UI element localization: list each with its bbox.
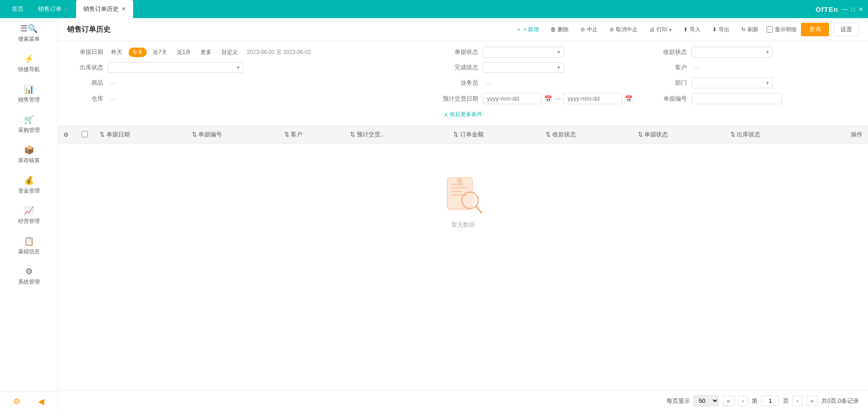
prev-page-button[interactable]: ‹ [738, 396, 748, 406]
tab-sales-order[interactable]: 销售订单 ✕ [31, 0, 76, 18]
payment-status-select[interactable]: ▾ [691, 47, 773, 58]
next-page-button[interactable]: › [792, 396, 802, 406]
th-order-status[interactable]: ⇅ 单据状态 [633, 126, 725, 144]
th-payment-status[interactable]: ⇅ 收款状态 [540, 126, 633, 144]
order-number-input[interactable] [691, 93, 782, 104]
query-button[interactable]: 查询 [801, 23, 829, 36]
delivery-date-end[interactable] [563, 93, 622, 104]
order-status-chevron-icon: ▾ [557, 49, 560, 55]
column-settings-icon[interactable]: ⚙ [63, 131, 69, 138]
sidebar-settings-icon[interactable]: ⚙ [13, 396, 20, 406]
calendar-end-icon[interactable]: 📅 [625, 95, 633, 102]
search-menu-icon: ☰🔍 [20, 24, 38, 34]
complete-status-chevron-icon: ▾ [557, 64, 560, 71]
complete-status-label: 完成状态 [442, 63, 483, 72]
close-tab-sales-order[interactable]: ✕ [64, 6, 69, 12]
cancel-stop-button[interactable]: ⊘ 取消中止 [606, 24, 641, 35]
sidebar-item-finance[interactable]: 💰 资金管理 [0, 170, 58, 200]
sidebar-item-basic-info[interactable]: 📋 基础信息 [0, 231, 58, 261]
page-header: 销售订单历史 ＋ + 新增 🗑 删除 ⊘ 中止 ⊘ 取消中止 [58, 18, 868, 41]
quick-nav-icon: ⚡ [24, 54, 34, 64]
salesperson-ellipsis-button[interactable]: ··· [483, 79, 494, 87]
svg-point-6 [465, 195, 475, 206]
th-amount[interactable]: ⇅ 订单金额 [448, 126, 540, 144]
refresh-button[interactable]: ↻ 刷新 [738, 24, 762, 35]
delivery-status-select[interactable]: ▾ [108, 62, 244, 73]
export-icon: ⬇ [712, 26, 717, 33]
maximize-icon[interactable]: □ [851, 6, 855, 13]
close-tab-history[interactable]: ✕ [121, 6, 126, 12]
brand-logo: OfTEn [815, 5, 838, 13]
th-customer[interactable]: ⇅ 客户 [279, 126, 345, 144]
total-info: 共0页,0条记录 [821, 397, 859, 405]
svg-rect-3 [451, 191, 462, 192]
department-chevron-icon: ▾ [766, 80, 769, 86]
page-size-label: 每页显示 [667, 397, 690, 405]
last-page-button[interactable]: » [806, 396, 818, 406]
complete-status-select[interactable]: ▾ [483, 62, 564, 73]
department-select[interactable]: ▾ [691, 77, 773, 88]
import-button[interactable]: ⬆ 导入 [680, 24, 704, 35]
tab-home[interactable]: 首页 [5, 0, 31, 18]
sidebar-collapse-icon[interactable]: ◀ [38, 396, 44, 406]
filter-department-col: 部门 ▾ [651, 77, 859, 88]
filter-row-2: 出库状态 ▾ 完成状态 ▾ 客户 ··· [67, 62, 859, 73]
sidebar-item-inventory[interactable]: 📦 库存核算 [0, 140, 58, 170]
th-delivery-status[interactable]: ⇅ 出库状态 [725, 126, 817, 144]
minimize-icon[interactable]: — [842, 6, 848, 13]
product-ellipsis-button[interactable]: ··· [108, 79, 119, 87]
inventory-icon: 📦 [24, 145, 34, 155]
warehouse-ellipsis-button[interactable]: ··· [108, 95, 119, 102]
sort-delivery-icon: ⇅ [350, 131, 355, 138]
sort-delivery-status-icon: ⇅ [730, 131, 735, 138]
current-page-input[interactable] [761, 396, 779, 406]
sidebar-item-sales[interactable]: 📊 销售管理 [0, 79, 58, 109]
filter-order-status-col: 单据状态 ▾ [442, 47, 650, 58]
th-operation: 操作 [817, 126, 868, 144]
select-all-checkbox[interactable] [82, 131, 88, 137]
show-detail-checkbox[interactable] [767, 26, 773, 33]
setting-button[interactable]: 设置 [834, 23, 859, 36]
sidebar-item-operation[interactable]: 📈 经营管理 [0, 200, 58, 231]
date-last-month[interactable]: 近1月 [173, 48, 195, 57]
date-yesterday[interactable]: 昨天 [108, 48, 126, 57]
delete-button[interactable]: 🗑 删除 [547, 24, 572, 35]
page-size-select[interactable]: 50 10 20 100 [694, 395, 719, 406]
date-custom[interactable]: 自定义 [218, 48, 241, 57]
order-status-select[interactable]: ▾ [483, 47, 564, 58]
sort-payment-icon: ⇅ [546, 131, 551, 138]
page-unit: 页 [783, 397, 789, 405]
date-today[interactable]: 今天 [129, 48, 147, 57]
filter-area: 单据日期 昨天 今天 近7天 近1月 更多 自定义 2023-06-02 至 2… [58, 41, 868, 126]
system-icon: ⚙ [25, 266, 33, 276]
print-button[interactable]: 🖨 打印 ▾ [646, 24, 675, 35]
th-expected-delivery[interactable]: ⇅ 预计交货... [345, 126, 448, 144]
export-button[interactable]: ⬇ 导出 [709, 24, 733, 35]
first-page-button[interactable]: « [723, 396, 734, 406]
sidebar-item-system[interactable]: ⚙ 系统管理 [0, 261, 58, 291]
calendar-start-icon[interactable]: 📅 [544, 95, 552, 102]
date-more[interactable]: 更多 [197, 48, 215, 57]
th-settings[interactable]: ⚙ [58, 126, 76, 144]
stop-button[interactable]: ⊘ 中止 [577, 24, 601, 35]
table-area: ⚙ ⇅ 单据日期 ⇅ 单据编号 [58, 126, 868, 390]
filter-complete-col: 完成状态 ▾ [442, 62, 650, 73]
th-checkbox [76, 126, 94, 144]
delivery-date-start[interactable] [483, 93, 542, 104]
main-layout: ☰🔍 搜索菜单 ⚡ 快捷导航 📊 销售管理 🛒 采购管理 📦 库存核算 💰 资金… [0, 18, 868, 411]
collapse-filter-link[interactable]: ∧ 收起更多条件 [67, 109, 859, 120]
date-group: 昨天 今天 近7天 近1月 更多 自定义 2023-06-02 至 2023-0… [108, 48, 311, 57]
sidebar-item-quick-nav[interactable]: ⚡ 快捷导航 [0, 48, 58, 79]
finance-icon: 💰 [24, 175, 34, 185]
tab-sales-order-history[interactable]: 销售订单历史 ✕ [76, 0, 133, 18]
th-date[interactable]: ⇅ 单据日期 [94, 126, 187, 144]
sidebar-item-purchase[interactable]: 🛒 采购管理 [0, 109, 58, 140]
customer-ellipsis-button[interactable]: ··· [691, 64, 702, 71]
new-button[interactable]: ＋ + 新增 [513, 24, 542, 35]
th-number[interactable]: ⇅ 单据编号 [187, 126, 279, 144]
date-last7[interactable]: 近7天 [149, 48, 171, 57]
close-window-icon[interactable]: ✕ [858, 6, 863, 13]
sidebar-item-search-menu[interactable]: ☰🔍 搜索菜单 [0, 18, 58, 48]
filter-payment-status-col: 收款状态 ▾ [651, 47, 859, 58]
filter-delivery-col: 出库状态 ▾ [67, 62, 442, 73]
